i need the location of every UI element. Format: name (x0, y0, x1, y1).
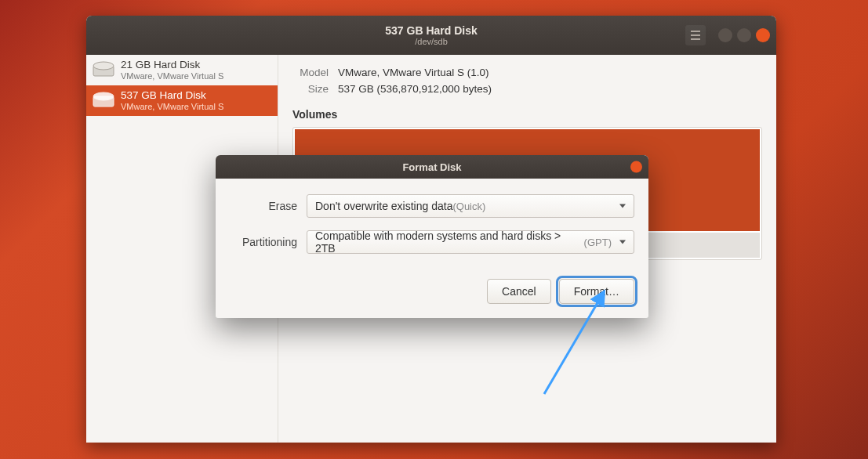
modal-overlay: Format Disk Erase Don't overwrite existi… (0, 0, 868, 459)
chevron-down-icon (619, 240, 626, 244)
chevron-down-icon (619, 204, 626, 208)
cancel-button[interactable]: Cancel (487, 279, 551, 304)
dialog-close-icon[interactable] (630, 161, 642, 173)
partitioning-label: Partitioning (230, 236, 297, 248)
erase-label: Erase (230, 200, 297, 212)
dialog-titlebar: Format Disk (216, 155, 648, 179)
dialog-title: Format Disk (402, 161, 461, 173)
erase-combobox[interactable]: Don't overwrite existing data (Quick) (307, 194, 634, 218)
erase-value: Don't overwrite existing data (315, 200, 452, 212)
erase-hint: (Quick) (452, 201, 485, 212)
format-button[interactable]: Format… (559, 279, 634, 304)
partitioning-value: Compatible with modern systems and hard … (315, 230, 584, 255)
partitioning-hint: (GPT) (584, 237, 612, 248)
format-disk-dialog: Format Disk Erase Don't overwrite existi… (216, 155, 648, 318)
partitioning-combobox[interactable]: Compatible with modern systems and hard … (307, 230, 634, 254)
